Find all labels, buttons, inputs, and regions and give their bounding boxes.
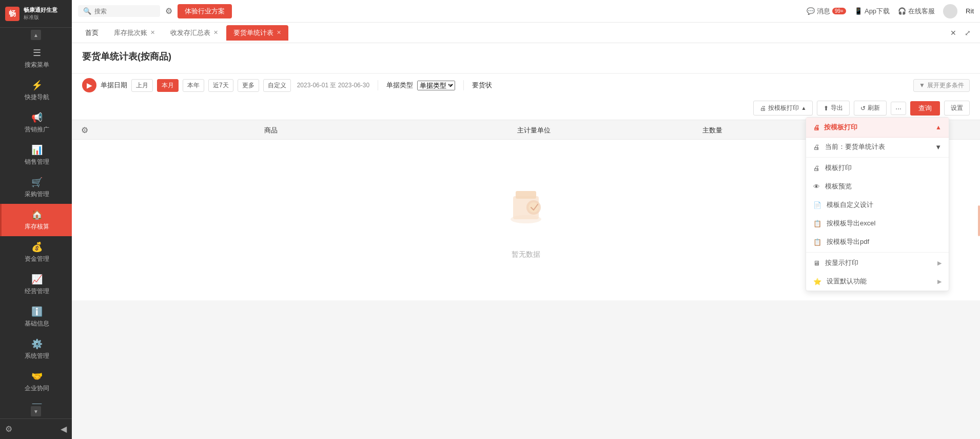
refresh-icon: ↺ xyxy=(860,105,866,112)
sidebar-item-cooperation-label: 企业协同 xyxy=(25,384,49,393)
sidebar-item-inventory[interactable]: 🏠 库存核算 xyxy=(0,204,72,236)
export-label: 导出 xyxy=(831,104,843,112)
tabs-actions: ✕ ⤢ xyxy=(947,27,974,39)
tab-receivables-label: 收发存汇总表 xyxy=(170,28,210,37)
dropdown-template-export-excel[interactable]: 📋 按模板导出excel xyxy=(806,214,949,233)
settings-footer-icon[interactable]: ⚙ xyxy=(5,424,12,434)
tab-order-stats-close[interactable]: ✕ xyxy=(277,29,281,36)
app-download-label: App下载 xyxy=(865,7,890,16)
sidebar-item-purchase[interactable]: 🛒 采购管理 xyxy=(0,171,72,204)
dropdown-set-default[interactable]: ⭐ 设置默认功能 ▶ xyxy=(806,272,949,291)
template-design-icon: 📄 xyxy=(813,201,821,209)
date-last-month-btn[interactable]: 上月 xyxy=(131,79,153,92)
template-print-button[interactable]: 🖨 按模板打印 ▲ xyxy=(753,101,813,116)
date-this-year-btn[interactable]: 本年 xyxy=(183,79,204,92)
collapse-icon[interactable]: ◀ xyxy=(61,424,67,434)
template-preview-icon: 👁 xyxy=(813,183,820,190)
dropdown-template-print[interactable]: 🖨 模板打印 xyxy=(806,159,949,177)
search-input[interactable] xyxy=(94,8,146,15)
dropdown-header: 🖨 按模板打印 ▲ xyxy=(806,118,949,138)
sidebar-item-cooperation[interactable]: 🤝 企业协同 xyxy=(0,366,72,398)
display-print-icon: 🖥 xyxy=(813,259,820,267)
tab-inventory-batch[interactable]: 库存批次账 ✕ xyxy=(107,25,162,41)
svg-point-4 xyxy=(528,202,539,213)
template-print-label: 按模板打印 xyxy=(768,104,799,112)
app-download-button[interactable]: 📱 App下载 xyxy=(854,7,890,16)
experience-button[interactable]: 体验行业方案 xyxy=(178,4,232,18)
expand-more-btn[interactable]: ▼ 展开更多条件 xyxy=(913,79,970,92)
table-settings-icon[interactable]: ⚙ xyxy=(81,125,88,135)
sidebar-item-sales[interactable]: 📊 销售管理 xyxy=(0,139,72,171)
order-type-select[interactable]: 单据类型 xyxy=(417,81,455,90)
sidebar-item-finance[interactable]: 💰 资金管理 xyxy=(0,236,72,269)
filter-divider-1 xyxy=(378,80,378,90)
dropdown-template-export-pdf[interactable]: 📋 按模板导出pdf xyxy=(806,233,949,251)
empty-state-text: 暂无数据 xyxy=(512,250,540,259)
sidebar-item-shortcut-label: 快捷导航 xyxy=(25,93,49,102)
main-content: 🔍 ⚙ 体验行业方案 💬 消息 99+ 📱 App下载 🎧 在线客服 Rit xyxy=(72,0,980,439)
more-button[interactable]: ··· xyxy=(891,102,906,115)
sidebar-item-operation[interactable]: 📈 经营管理 xyxy=(0,269,72,301)
refresh-button[interactable]: ↺ 刷新 xyxy=(854,101,887,116)
col-product: 商品 xyxy=(97,126,444,135)
query-button[interactable]: 查询 xyxy=(910,101,940,116)
messages-button[interactable]: 💬 消息 99+ xyxy=(807,7,846,16)
tab-close-all-button[interactable]: ✕ xyxy=(947,27,959,39)
dropdown-current-item[interactable]: 🖨 当前：要货单统计表 ▼ xyxy=(806,138,949,156)
template-design-label: 模板自定义设计 xyxy=(827,200,873,209)
export-button[interactable]: ⬆ 导出 xyxy=(817,101,850,116)
set-default-label: 设置默认功能 xyxy=(827,277,867,286)
sidebar-item-basic[interactable]: ℹ️ 基础信息 xyxy=(0,301,72,333)
dropdown-display-print-left: 🖥 按显示打印 xyxy=(813,258,858,268)
logo-text: 畅康通好生意 标准版 xyxy=(24,6,57,21)
sidebar-item-shortcut[interactable]: ⚡ 快捷导航 xyxy=(0,74,72,107)
date-more-btn[interactable]: 更多 xyxy=(238,79,259,92)
sidebar-logo: 畅 畅康通好生意 标准版 xyxy=(0,0,72,28)
dropdown-template-preview[interactable]: 👁 模板预览 xyxy=(806,177,949,196)
sidebar-item-sales-label: 销售管理 xyxy=(25,158,49,166)
sidebar-item-system[interactable]: ⚙️ 系统管理 xyxy=(0,333,72,366)
tab-order-stats[interactable]: 要货单统计表 ✕ xyxy=(226,25,288,41)
dropdown-header-right: ▲ xyxy=(935,124,942,131)
tab-home[interactable]: 首页 xyxy=(78,25,106,41)
tab-receivables-close[interactable]: ✕ xyxy=(213,29,218,36)
scroll-down-btn[interactable]: ▼ xyxy=(31,406,41,416)
online-service-button[interactable]: 🎧 在线客服 xyxy=(898,7,935,16)
sidebar-nav: ☰ 搜索菜单 ⚡ 快捷导航 📢 营销推广 📊 销售管理 🛒 采购管理 🏠 库存核… xyxy=(0,42,72,404)
template-export-excel-label: 按模板导出excel xyxy=(827,219,875,228)
tab-inventory-batch-label: 库存批次账 xyxy=(114,28,147,37)
scroll-up-btn[interactable]: ▲ xyxy=(31,30,41,40)
dropdown-set-default-left: ⭐ 设置默认功能 xyxy=(813,277,867,286)
template-export-pdf-label: 按模板导出pdf xyxy=(827,237,869,246)
date-custom-btn[interactable]: 自定义 xyxy=(263,79,291,92)
export-icon: ⬆ xyxy=(824,105,829,112)
tab-receivables[interactable]: 收发存汇总表 ✕ xyxy=(163,25,225,41)
basic-icon: ℹ️ xyxy=(31,306,43,317)
message-icon: 💬 xyxy=(807,7,815,15)
order-status-label: 要货状 xyxy=(472,81,492,90)
sidebar-footer: ⚙ ◀ xyxy=(0,418,72,439)
table-settings-col: ⚙ xyxy=(72,125,97,135)
topbar-gear-icon[interactable]: ⚙ xyxy=(165,6,172,16)
dropdown-display-print[interactable]: 🖥 按显示打印 ▶ xyxy=(806,254,949,272)
tab-inventory-batch-close[interactable]: ✕ xyxy=(150,29,155,36)
settings-button[interactable]: 设置 xyxy=(944,101,970,116)
sidebar-item-marketing[interactable]: 📢 营销推广 xyxy=(0,107,72,139)
refresh-label: 刷新 xyxy=(868,104,880,112)
sidebar-item-search[interactable]: ☰ 搜索菜单 xyxy=(0,42,72,74)
sidebar-item-guide[interactable]: 🆕 新手引导 xyxy=(0,398,72,404)
dropdown-current-arrow: ▼ xyxy=(935,143,942,151)
toolbar-expand-btn[interactable]: ▶ xyxy=(82,78,96,92)
user-avatar[interactable] xyxy=(943,4,957,18)
cooperation-icon: 🤝 xyxy=(31,371,43,382)
dropdown-template-design[interactable]: 📄 模板自定义设计 xyxy=(806,196,949,214)
date-this-month-btn[interactable]: 本月 xyxy=(157,79,179,92)
expand-more-icon: ▼ xyxy=(919,82,925,89)
dropdown-up-arrow[interactable]: ▲ xyxy=(935,124,942,131)
sidebar: 畅 畅康通好生意 标准版 ▲ ☰ 搜索菜单 ⚡ 快捷导航 📢 营销推广 📊 销售… xyxy=(0,0,72,439)
inventory-icon: 🏠 xyxy=(31,209,43,220)
tab-expand-button[interactable]: ⤢ xyxy=(962,27,974,39)
date-last-7-days-btn[interactable]: 近7天 xyxy=(208,79,233,92)
empty-state-icon xyxy=(500,181,552,242)
template-preview-label: 模板预览 xyxy=(825,182,852,191)
